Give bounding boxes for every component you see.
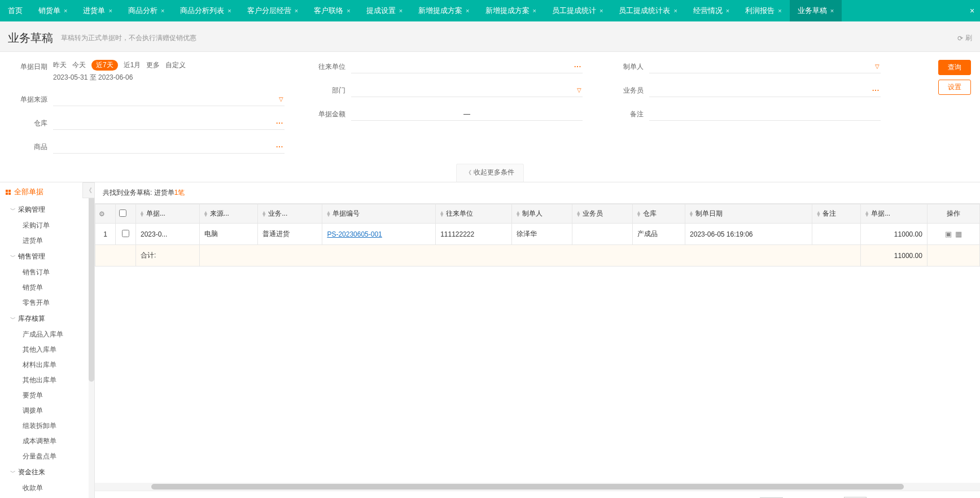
close-icon[interactable]: × xyxy=(726,7,729,14)
col-header[interactable]: ▲▼单据... xyxy=(861,204,928,224)
date-option[interactable]: 今天 xyxy=(72,60,86,70)
col-header[interactable]: ▲▼制单人 xyxy=(512,204,572,224)
close-icon[interactable]: × xyxy=(466,7,469,14)
filter-warehouse-input[interactable]: ··· xyxy=(53,116,285,130)
tab-员工提成统计[interactable]: 员工提成统计× xyxy=(544,0,611,21)
ellipsis-icon[interactable]: ··· xyxy=(276,143,283,151)
tab-新增提成方案[interactable]: 新增提成方案× xyxy=(410,0,477,21)
ellipsis-icon[interactable]: ··· xyxy=(276,119,283,127)
tab-客户分层经营[interactable]: 客户分层经营× xyxy=(239,0,306,21)
sidebar-scrollbar[interactable] xyxy=(89,182,94,498)
query-button[interactable]: 查询 xyxy=(938,60,971,75)
close-icon[interactable]: × xyxy=(399,7,403,14)
close-icon[interactable]: × xyxy=(295,7,298,14)
sidebar-collapse[interactable]: 《 xyxy=(82,182,95,198)
refresh-button[interactable]: ⟳ 刷 xyxy=(957,33,972,43)
col-header[interactable]: 操作 xyxy=(927,204,979,224)
close-icon[interactable]: × xyxy=(161,7,164,14)
sidebar-head[interactable]: 全部单据 xyxy=(0,182,94,202)
filter-creator-input[interactable]: ▽ xyxy=(649,60,881,73)
tab-利润报告[interactable]: 利润报告× xyxy=(737,0,789,21)
sidebar-item[interactable]: 其他入库单 xyxy=(0,342,94,357)
close-icon[interactable]: × xyxy=(673,7,677,14)
sidebar-item[interactable]: 其他出库单 xyxy=(0,373,94,388)
horizontal-scrollbar[interactable] xyxy=(95,483,980,491)
settings-button[interactable]: 设置 xyxy=(938,80,971,95)
date-option[interactable]: 自定义 xyxy=(165,60,186,70)
col-header[interactable]: ▲▼仓库 xyxy=(633,204,685,224)
sidebar-item[interactable]: 产成品入库单 xyxy=(0,327,94,342)
filter-sales-input[interactable]: ··· xyxy=(649,84,881,97)
tab-新增提成方案[interactable]: 新增提成方案× xyxy=(478,0,544,21)
tab-提成设置[interactable]: 提成设置× xyxy=(358,0,410,21)
col-header[interactable]: ▲▼业务员 xyxy=(572,204,633,224)
sidebar-group[interactable]: ﹀资金往来 xyxy=(0,464,94,480)
sidebar-item[interactable]: 分量盘点单 xyxy=(0,449,94,464)
sidebar-item[interactable]: 进货单 xyxy=(0,233,94,248)
sidebar-item[interactable]: 收款单 xyxy=(0,480,94,496)
filter-product-input[interactable]: ··· xyxy=(53,140,285,154)
select-all-checkbox[interactable] xyxy=(119,209,126,217)
close-icon[interactable]: × xyxy=(108,7,112,14)
sidebar-item[interactable]: 组装拆卸单 xyxy=(0,418,94,434)
tab-员工提成统计表[interactable]: 员工提成统计表× xyxy=(611,0,685,21)
sidebar-item[interactable]: 销货单 xyxy=(0,280,94,295)
table-wrap[interactable]: ⚙ ▲▼单据...▲▼来源...▲▼业务...▲▼单据编号▲▼往来单位▲▼制单人… xyxy=(95,203,980,483)
tab-经营情况[interactable]: 经营情况× xyxy=(685,0,737,21)
ellipsis-icon[interactable]: ··· xyxy=(574,63,581,71)
date-option[interactable]: 昨天 xyxy=(53,60,67,70)
filter-amount-input[interactable]: — xyxy=(351,107,583,121)
filter-partner-input[interactable]: ··· xyxy=(351,60,583,73)
doc-number-link[interactable]: PS-20230605-001 xyxy=(327,230,382,238)
sidebar-group[interactable]: ﹀销售管理 xyxy=(0,248,94,265)
collapse-filters[interactable]: 《收起更多条件 xyxy=(456,164,524,182)
filter-source-input[interactable]: ▽ xyxy=(53,93,285,106)
qr-icon[interactable]: ▦ xyxy=(955,230,962,238)
col-header[interactable]: ▲▼业务... xyxy=(258,204,322,224)
col-header[interactable]: ▲▼单据... xyxy=(136,204,200,224)
date-option[interactable]: 更多 xyxy=(146,60,160,70)
col-header[interactable]: ▲▼来源... xyxy=(199,204,257,224)
close-icon[interactable]: × xyxy=(830,7,834,14)
close-icon[interactable]: × xyxy=(228,7,231,14)
sidebar-item[interactable]: 成本调整单 xyxy=(0,434,94,449)
tab-进货单[interactable]: 进货单× xyxy=(75,0,120,21)
sidebar-item[interactable]: 付款单 xyxy=(0,496,94,498)
tab-商品分析列表[interactable]: 商品分析列表× xyxy=(172,0,239,21)
chevron-down-icon[interactable]: ▽ xyxy=(279,96,283,102)
tab-销货单[interactable]: 销货单× xyxy=(30,0,75,21)
tab-首页[interactable]: 首页 xyxy=(0,0,30,21)
close-icon[interactable]: × xyxy=(64,7,67,14)
col-header[interactable]: ▲▼备注 xyxy=(812,204,861,224)
tab-商品分析[interactable]: 商品分析× xyxy=(120,0,172,21)
ellipsis-icon[interactable]: ··· xyxy=(872,86,880,94)
filter-dept-input[interactable]: ▽ xyxy=(351,84,583,97)
filter-remark-input[interactable] xyxy=(649,107,881,121)
sidebar-group[interactable]: ﹀库存核算 xyxy=(0,311,94,327)
close-icon[interactable]: × xyxy=(533,7,536,14)
sidebar-group[interactable]: ﹀采购管理 xyxy=(0,202,94,218)
chevron-down-icon[interactable]: ▽ xyxy=(875,63,880,69)
view-icon[interactable]: ▣ xyxy=(945,230,952,238)
sidebar-item[interactable]: 采购订单 xyxy=(0,218,94,233)
row-checkbox[interactable] xyxy=(122,230,129,237)
sidebar-item[interactable]: 要货单 xyxy=(0,388,94,403)
col-header[interactable]: ▲▼单据编号 xyxy=(322,204,436,224)
close-icon[interactable]: × xyxy=(778,7,781,14)
sidebar-item[interactable]: 材料出库单 xyxy=(0,357,94,373)
close-icon[interactable]: × xyxy=(347,7,350,14)
col-header[interactable]: ▲▼往来单位 xyxy=(436,204,512,224)
gear-icon[interactable]: ⚙ xyxy=(99,210,105,218)
tabs-close-all[interactable]: × xyxy=(964,0,980,21)
date-option[interactable]: 近7天 xyxy=(91,60,118,71)
sidebar-item[interactable]: 零售开单 xyxy=(0,295,94,311)
sidebar-item[interactable]: 调拨单 xyxy=(0,403,94,418)
sidebar-item[interactable]: 销售订单 xyxy=(0,265,94,280)
col-header[interactable]: ▲▼制单日期 xyxy=(685,204,812,224)
close-icon[interactable]: × xyxy=(600,7,603,14)
tab-客户联络[interactable]: 客户联络× xyxy=(306,0,358,21)
grid-icon xyxy=(6,190,11,195)
tab-业务草稿[interactable]: 业务草稿× xyxy=(790,0,842,21)
date-option[interactable]: 近1月 xyxy=(124,60,141,70)
chevron-down-icon[interactable]: ▽ xyxy=(577,87,581,93)
